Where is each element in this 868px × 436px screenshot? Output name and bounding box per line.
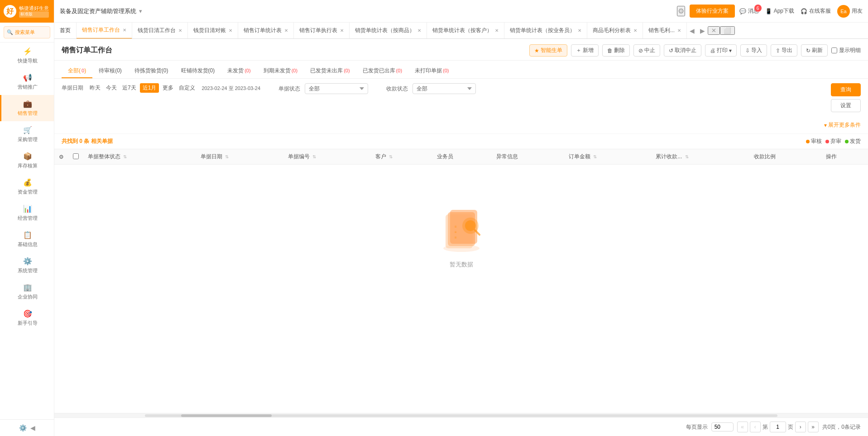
horizontal-scrollbar[interactable] — [54, 413, 868, 417]
tab-close-sales-summary-customer[interactable]: ✕ — [495, 28, 499, 33]
topbar-actions: 💬 消息 6 📱 App下载 🎧 在线客服 Ea 用友 — [739, 5, 863, 18]
sidebar-item-guide[interactable]: 🎯 新手引导 — [0, 305, 54, 331]
sidebar-item-finance[interactable]: 💰 资金管理 — [0, 174, 54, 200]
last-page-button[interactable]: » — [808, 422, 819, 432]
collected-sort-icon[interactable]: ⇅ — [685, 154, 689, 159]
show-detail-label[interactable]: 显示明细 — [831, 47, 861, 54]
add-button[interactable]: ＋ 新增 — [571, 44, 599, 57]
tab-sales-more[interactable]: 销售毛利... ✕ — [643, 23, 687, 39]
sub-tab-not-printed[interactable]: 未打印单据(0) — [408, 64, 455, 78]
sub-tab-shipped-out[interactable]: 已发货已出库(0) — [356, 64, 408, 78]
export-button[interactable]: ⇪ 导出 — [771, 44, 797, 57]
user-menu-button[interactable]: Ea 用友 — [837, 5, 863, 18]
sub-tab-overdue-ship[interactable]: 到期未发货(0) — [257, 64, 304, 78]
sidebar-item-quick-nav[interactable]: ⚡ 快捷导航 — [0, 43, 54, 69]
cta-button[interactable]: 体验行业方案 — [690, 5, 735, 18]
tab-close-cash-reconcile[interactable]: ✕ — [229, 28, 232, 33]
settings-button[interactable]: 设置 — [831, 99, 861, 112]
select-all-checkbox[interactable] — [73, 153, 79, 159]
first-page-button[interactable]: « — [737, 422, 748, 432]
prev-page-button[interactable]: ‹ — [750, 422, 761, 432]
tab-sales-summary-customer[interactable]: 销货单统计表（按客户） ✕ — [427, 23, 504, 39]
topbar-settings-button[interactable]: ⚙ — [677, 6, 685, 16]
settings-icon[interactable]: ⚙ — [59, 154, 64, 160]
delete-button[interactable]: 🗑 删除 — [602, 44, 630, 57]
sub-tab-pending-review[interactable]: 待审核(0) — [92, 64, 128, 78]
tab-close-sales-more[interactable]: ✕ — [677, 28, 681, 33]
tab-nav-next-button[interactable]: ▶ — [697, 23, 708, 39]
amount-sort-icon[interactable]: ⇅ — [593, 154, 597, 159]
sub-tab-not-shipped[interactable]: 未发货(0) — [221, 64, 257, 78]
messages-button[interactable]: 💬 消息 6 — [739, 7, 759, 15]
tab-close-sales-stats[interactable]: ✕ — [284, 28, 288, 33]
tab-close-sales-exec[interactable]: ✕ — [340, 28, 344, 33]
tab-close-sales-summary-product[interactable]: ✕ — [417, 28, 421, 33]
maximize-button[interactable]: ⬜ — [720, 26, 735, 35]
tab-sales-workbench[interactable]: 销售订单工作台 ✕ — [77, 23, 132, 39]
cancel-stop-button[interactable]: ↺ 取消中止 — [664, 44, 701, 57]
tab-sales-stats[interactable]: 销售订单统计表 ✕ — [238, 23, 294, 39]
next-page-button[interactable]: › — [795, 422, 806, 432]
quick-action-cancel-review[interactable]: 弃审 — [825, 137, 841, 145]
sidebar-item-basic[interactable]: 📋 基础信息 — [0, 226, 54, 252]
refresh-button[interactable]: ↻ 刷新 — [801, 44, 828, 57]
date-opt-7days[interactable]: 近7天 — [120, 83, 138, 93]
show-detail-checkbox[interactable] — [831, 47, 837, 53]
status-sort-icon[interactable]: ⇅ — [123, 154, 127, 159]
customer-sort-icon[interactable]: ⇅ — [389, 154, 393, 159]
date-opt-today[interactable]: 今天 — [104, 83, 119, 93]
query-button[interactable]: 查询 — [831, 83, 861, 96]
tab-nav-prev-button[interactable]: ◀ — [687, 23, 697, 39]
expand-filter-button[interactable]: ▾ 展开更多条件 — [824, 121, 861, 129]
sub-tab-all[interactable]: 全部(0) — [62, 64, 92, 78]
quick-action-review[interactable]: 审核 — [806, 137, 822, 145]
close-all-tabs-button[interactable]: ✕ — [708, 26, 720, 35]
sub-tab-shipped-no-out[interactable]: 已发货未出库(0) — [304, 64, 356, 78]
quick-action-ship[interactable]: 发货 — [845, 137, 861, 145]
sidebar-collapse-button[interactable]: ◀ — [30, 424, 35, 431]
tab-sales-summary-product[interactable]: 销货单统计表（按商品） ✕ — [350, 23, 427, 39]
date-sort-icon[interactable]: ⇅ — [225, 154, 229, 159]
date-opt-more[interactable]: 更多 — [161, 83, 175, 93]
date-opt-yesterday[interactable]: 昨天 — [88, 83, 102, 93]
online-service-button[interactable]: 🎧 在线客服 — [801, 7, 831, 15]
print-button[interactable]: 🖨 打印 ▾ — [705, 44, 737, 57]
sidebar-item-operations[interactable]: 📊 经营管理 — [0, 200, 54, 226]
sidebar-item-inventory[interactable]: 📦 库存核算 — [0, 147, 54, 174]
search-menu-button[interactable]: 🔍 搜索菜单 — [4, 26, 50, 38]
tab-sales-exec[interactable]: 销售订单执行表 ✕ — [294, 23, 350, 39]
sidebar-item-purchase[interactable]: 🛒 采购管理 — [0, 121, 54, 147]
sub-tab-wangpu-ship[interactable]: 旺铺待发货(0) — [175, 64, 221, 78]
tab-close-sales-workbench[interactable]: ✕ — [123, 28, 126, 33]
sidebar-search-area: 🔍 搜索菜单 — [0, 23, 54, 43]
sub-tab-pending-inspect[interactable]: 待拣货验货(0) — [128, 64, 175, 78]
status-select[interactable]: 全部 — [305, 83, 368, 94]
date-opt-1month[interactable]: 近1月 — [140, 83, 159, 93]
number-sort-icon[interactable]: ⇅ — [312, 154, 316, 159]
date-opt-custom[interactable]: 自定义 — [177, 83, 197, 93]
sidebar-navigation: ⚡ 快捷导航 📢 营销推广 💼 销售管理 🛒 采购管理 📦 库存核算 💰 资金管… — [0, 43, 54, 419]
tab-sales-summary-staff[interactable]: 销货单统计表（按业务员） ✕ — [504, 23, 587, 39]
tab-close-gross-margin[interactable]: ✕ — [633, 28, 637, 33]
tab-cash-daily[interactable]: 钱货日清工作台 ✕ — [132, 23, 188, 39]
cancel-review-dot — [825, 140, 829, 143]
sidebar-item-enterprise[interactable]: 🏢 企业协同 — [0, 279, 54, 305]
tab-gross-margin[interactable]: 商品毛利分析表 ✕ — [587, 23, 643, 39]
sidebar-item-marketing[interactable]: 📢 营销推广 — [0, 69, 54, 95]
tab-cash-reconcile[interactable]: 钱货日清对账 ✕ — [188, 23, 238, 39]
smart-create-button[interactable]: ★ 智能生单 — [529, 44, 567, 57]
logo-text: 畅捷通好生意 标准版 — [19, 5, 49, 18]
tab-home[interactable]: 首页 — [54, 23, 77, 39]
tab-close-cash-daily[interactable]: ✕ — [178, 28, 182, 33]
import-button[interactable]: ⇩ 导入 — [740, 44, 767, 57]
per-page-select[interactable]: 50 10 20 100 — [711, 422, 734, 431]
page-input[interactable] — [770, 422, 786, 432]
stop-button[interactable]: ⊘ 中止 — [633, 44, 660, 57]
scroll-thumb[interactable] — [181, 414, 272, 417]
sidebar-settings-button[interactable]: ⚙️ — [19, 424, 27, 431]
app-download-button[interactable]: 📱 App下载 — [765, 7, 794, 15]
sidebar-item-system[interactable]: ⚙️ 系统管理 — [0, 252, 54, 279]
tab-close-sales-summary-staff[interactable]: ✕ — [578, 28, 581, 33]
sidebar-item-sales[interactable]: 💼 销售管理 — [0, 95, 54, 121]
receipt-select[interactable]: 全部 — [412, 83, 476, 94]
